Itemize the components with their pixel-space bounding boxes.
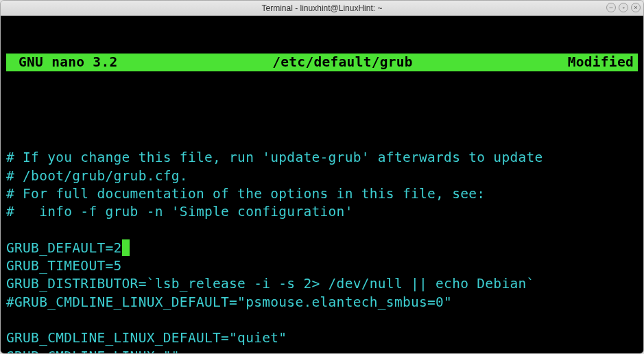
maximize-button[interactable]: ▫: [619, 3, 628, 12]
nano-app-name: GNU nano 3.2: [9, 54, 117, 71]
file-line: GRUB_TIMEOUT=5: [6, 258, 122, 274]
cursor: [122, 239, 130, 255]
file-line: GRUB_CMDLINE_LINUX="": [6, 349, 180, 354]
file-line: GRUB_DEFAULT=2: [6, 240, 130, 256]
nano-modified-flag: Modified: [568, 54, 635, 71]
file-line: # /boot/grub/grub.cfg.: [6, 168, 188, 184]
grub-default-line: GRUB_DEFAULT=2: [6, 240, 122, 256]
file-line: # info -f grub -n 'Simple configuration': [6, 204, 353, 220]
file-line: # For full documentation of the options …: [6, 186, 485, 202]
window-title: Terminal - linuxhint@LinuxHint: ~: [262, 3, 383, 13]
window-controls: – ▫ ×: [606, 3, 641, 12]
editor-content[interactable]: # If you change this file, run 'update-g…: [6, 131, 638, 354]
file-line: GRUB_DISTRIBUTOR=`lsb_release -i -s 2> /…: [6, 276, 535, 292]
titlebar: Terminal - linuxhint@LinuxHint: ~ – ▫ ×: [1, 1, 643, 16]
terminal-viewport[interactable]: GNU nano 3.2 /etc/default/grub Modified …: [1, 16, 643, 353]
nano-file-path: /etc/default/grub: [117, 54, 567, 71]
file-line: # If you change this file, run 'update-g…: [6, 150, 543, 165]
minimize-button[interactable]: –: [606, 3, 616, 12]
close-button[interactable]: ×: [631, 3, 641, 12]
file-line: GRUB_CMDLINE_LINUX_DEFAULT="quiet": [6, 330, 287, 346]
file-line: #GRUB_CMDLINE_LINUX_DEFAULT="psmouse.ela…: [6, 294, 452, 310]
terminal-window: Terminal - linuxhint@LinuxHint: ~ – ▫ × …: [0, 0, 644, 354]
nano-header: GNU nano 3.2 /etc/default/grub Modified: [6, 54, 638, 71]
